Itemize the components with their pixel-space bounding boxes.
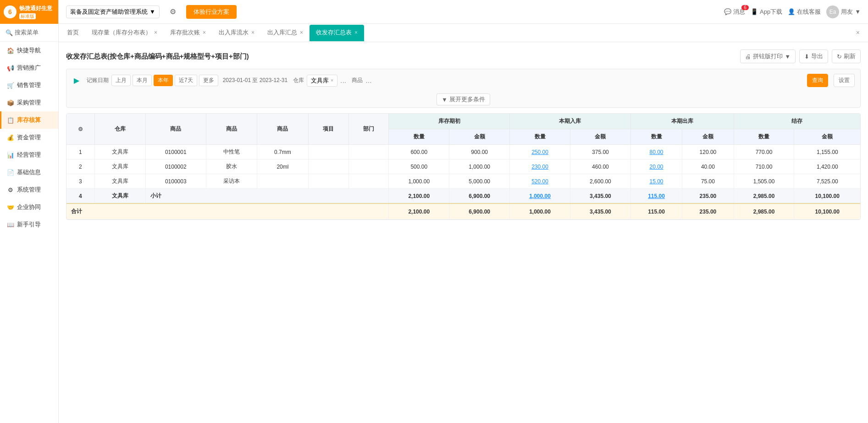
sidebar-item-sales[interactable]: 🛒 销售管理	[0, 77, 58, 94]
refresh-btn[interactable]: ↻ 刷新	[832, 49, 861, 63]
th-dept: 部门	[348, 114, 389, 145]
online-service-btn[interactable]: 👤 在线客服	[788, 8, 821, 16]
sidebar-item-finance[interactable]: 💰 资金管理	[0, 129, 58, 146]
app-download-btn[interactable]: 📱 App下载	[751, 8, 782, 16]
cell-out-qty[interactable]: 20.00	[630, 159, 682, 174]
page-header: 收发存汇总表(按仓库+商品编码+商品+规格型号+项目+部门) 🖨 拼铉版打印 ▼…	[66, 49, 861, 63]
last-7-days-btn[interactable]: 近7天	[175, 75, 197, 86]
warehouse-tag-text: 文具库	[311, 77, 329, 85]
tab-stock-dist[interactable]: 现存量（库存分布表） ×	[85, 25, 164, 41]
tab-close-icon[interactable]: ×	[300, 29, 303, 36]
th-out-amt: 金额	[682, 129, 734, 145]
sidebar-item-operations[interactable]: 📊 经营管理	[0, 146, 58, 164]
more-date-btn[interactable]: 更多	[199, 75, 218, 86]
subtotal-label: 小计	[145, 189, 389, 204]
this-month-btn[interactable]: 本月	[133, 75, 152, 86]
sidebar-item-system[interactable]: ⚙ 系统管理	[0, 181, 58, 198]
content-area: 收发存汇总表(按仓库+商品编码+商品+规格型号+项目+部门) 🖨 拼铉版打印 ▼…	[59, 42, 868, 423]
user-menu[interactable]: Ea 用友 ▼	[826, 5, 861, 18]
subtotal-row: 4 文具库 小计 2,100.00 6,900.00 1,000.00 3,43…	[66, 189, 860, 204]
tab-label: 现存量（库存分布表）	[92, 28, 151, 37]
tab-close-all[interactable]: ×	[850, 25, 866, 41]
cell-out-qty[interactable]: 15.00	[630, 174, 682, 189]
cell-bal-qty: 710.00	[734, 159, 794, 174]
main-area: 装备及固定资产辅助管理系统 ▼ ⚙ 体验行业方案 💬 消息 6 📱 App下载 …	[59, 0, 868, 423]
cell-code: 0100003	[145, 174, 206, 189]
data-table-wrapper: ⚙ 仓库 商品 商品 商品 项目 部门 库存期初 本期入库 本期出库 结存 数量	[66, 113, 861, 220]
tab-home[interactable]: 首页	[61, 25, 85, 41]
cell-bal-amt: 1,420.00	[794, 159, 860, 174]
dropdown-icon: ▼	[149, 8, 155, 15]
table-settings-btn[interactable]: 设置	[834, 74, 855, 87]
th-project: 项目	[309, 114, 349, 145]
system-select[interactable]: 装备及固定资产辅助管理系统 ▼	[66, 5, 160, 18]
goods-more-btn[interactable]: ...	[365, 77, 371, 85]
th-settings[interactable]: ⚙	[66, 114, 94, 145]
subtotal-out-qty[interactable]: 115.00	[630, 189, 682, 204]
message-btn[interactable]: 💬 消息 6	[724, 8, 745, 16]
tab-inout-flow[interactable]: 出入库流水 ×	[212, 25, 261, 41]
tab-receipt-summary[interactable]: 收发存汇总表 ×	[310, 25, 364, 41]
settings-gear-btn[interactable]: ⚙	[165, 5, 181, 18]
sidebar-item-inventory[interactable]: 📋 库存核算	[0, 111, 58, 129]
subtotal-bal-qty: 2,985.00	[734, 189, 794, 204]
export-btn[interactable]: ⬇ 导出	[799, 49, 828, 63]
subtotal-in-qty[interactable]: 1,000.00	[510, 189, 570, 204]
table-footer: 合计 2,100.00 6,900.00 1,000.00 3,435.00 1…	[66, 203, 860, 220]
total-in-amt: 3,435.00	[570, 203, 630, 220]
system-title: 装备及固定资产辅助管理系统	[70, 8, 148, 16]
date-range-text: 2023-01-01 至 2023-12-31	[223, 77, 287, 83]
cell-in-amt: 460.00	[570, 159, 630, 174]
warehouse-filter: 仓库 文具库 × ...	[293, 75, 346, 87]
tab-inout-summary[interactable]: 出入库汇总 ×	[261, 25, 310, 41]
warehouse-more-btn[interactable]: ...	[340, 77, 346, 85]
tab-close-icon[interactable]: ×	[203, 29, 206, 36]
th-out-qty: 数量	[630, 129, 682, 145]
sidebar-item-purchase[interactable]: 📦 采购管理	[0, 94, 58, 111]
total-out-qty: 115.00	[630, 203, 682, 220]
expand-conditions-btn[interactable]: ▼ 展开更多条件	[437, 93, 490, 105]
cell-out-qty[interactable]: 80.00	[630, 145, 682, 159]
cell-name: 胶水	[206, 159, 257, 174]
sidebar-item-label: 销售管理	[17, 81, 41, 89]
warehouse-tag-close[interactable]: ×	[331, 78, 333, 83]
guide-icon: 📖	[7, 221, 14, 228]
system-icon: ⚙	[7, 186, 14, 193]
cell-in-qty[interactable]: 230.00	[510, 159, 570, 174]
message-icon: 💬	[724, 8, 731, 15]
total-open-qty: 2,100.00	[389, 203, 449, 220]
cell-project	[309, 159, 349, 174]
cell-in-qty[interactable]: 520.00	[510, 174, 570, 189]
last-month-btn[interactable]: 上月	[111, 75, 131, 86]
filter-row: ▶ 记账日期 上月 本月 本年 近7天 更多 2023-01-01 至 2023…	[66, 69, 860, 92]
refresh-icon: ↻	[837, 53, 842, 60]
sidebar-item-label: 营销推广	[17, 64, 41, 72]
subtotal-out-amt: 235.00	[682, 189, 734, 204]
sidebar-item-guide[interactable]: 📖 新手引导	[0, 216, 58, 233]
query-btn[interactable]: 查询	[807, 74, 828, 87]
enterprise-icon: 🤝	[7, 203, 14, 211]
warehouse-filter-label: 仓库	[293, 77, 304, 84]
date-filter: 记账日期 上月 本月 本年 近7天 更多 2023-01-01 至 2023-1…	[87, 75, 287, 86]
trial-btn[interactable]: 体验行业方案	[186, 5, 237, 19]
subtotal-bal-amt: 10,100.00	[794, 189, 860, 204]
th-out-group: 本期出库	[630, 114, 734, 129]
marketing-icon: 📢	[7, 64, 14, 71]
print-btn[interactable]: 🖨 拼铉版打印 ▼	[740, 49, 796, 63]
search-menu-btn[interactable]: 🔍 搜索菜单	[0, 24, 58, 42]
tab-close-icon[interactable]: ×	[251, 29, 254, 36]
cell-project	[309, 145, 349, 159]
sidebar-item-label: 采购管理	[17, 99, 41, 107]
sidebar-item-quick-nav[interactable]: 🏠 快捷导航	[0, 42, 58, 59]
sidebar-item-basic-info[interactable]: 📄 基础信息	[0, 164, 58, 181]
this-year-btn[interactable]: 本年	[154, 75, 173, 86]
tab-close-icon[interactable]: ×	[154, 29, 157, 36]
th-in-amt: 金额	[570, 129, 630, 145]
sidebar-item-enterprise[interactable]: 🤝 企业协同	[0, 198, 58, 216]
tab-close-icon[interactable]: ×	[354, 29, 358, 36]
filter-collapse-btn[interactable]: ▶	[72, 75, 81, 86]
tab-batch-ledger[interactable]: 库存批次账 ×	[164, 25, 212, 41]
sidebar-item-marketing[interactable]: 📢 营销推广	[0, 59, 58, 77]
th-in-qty: 数量	[510, 129, 570, 145]
cell-in-qty[interactable]: 250.00	[510, 145, 570, 159]
